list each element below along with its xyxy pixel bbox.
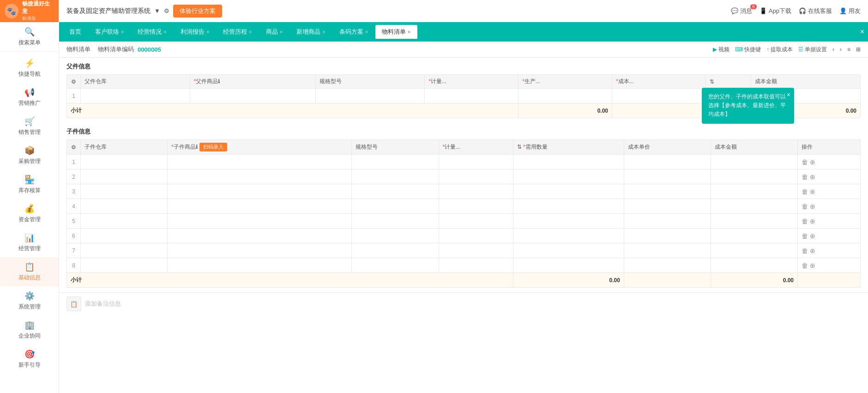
single-settings-tool[interactable]: ☰ 单据设置 [798, 46, 827, 54]
copy-icon[interactable]: ⊕ [810, 203, 815, 210]
tab-close-icon[interactable]: × [408, 29, 410, 35]
tab-customer[interactable]: 客户联络 × [89, 25, 130, 39]
child-spec-cell[interactable] [352, 184, 439, 199]
child-product-cell[interactable] [168, 243, 352, 258]
parent-production-cell[interactable] [518, 89, 612, 103]
tab-close-icon[interactable]: × [365, 29, 368, 35]
child-warehouse-cell[interactable] [81, 243, 168, 258]
nav-next-button[interactable]: › [840, 46, 842, 53]
child-unit-cell[interactable] [439, 199, 513, 214]
child-unit-cost-cell[interactable] [624, 199, 711, 214]
sidebar-item-finance[interactable]: 💰 资金管理 [0, 199, 59, 228]
extract-cost-tool[interactable]: ↑ 提取成本 [766, 46, 793, 54]
child-qty-cell[interactable] [513, 199, 624, 214]
child-warehouse-cell[interactable] [81, 258, 168, 273]
sidebar-item-search[interactable]: 🔍 搜索菜单 [0, 22, 59, 52]
parent-warehouse-cell[interactable] [81, 89, 190, 103]
child-spec-cell[interactable] [352, 199, 439, 214]
sidebar-item-purchase[interactable]: 📦 采购管理 [0, 141, 59, 170]
tab-bom[interactable]: 物料清单 × [375, 25, 417, 39]
tab-goods[interactable]: 商品 × [259, 25, 289, 39]
copy-icon[interactable]: ⊕ [810, 262, 815, 269]
delete-icon[interactable]: 🗑 [802, 203, 808, 210]
user-button[interactable]: 👤 用友 [839, 7, 861, 15]
parent-unit-cell[interactable] [425, 89, 518, 103]
tab-close-icon[interactable]: × [249, 29, 252, 35]
scan-input-button[interactable]: 扫码录入 [199, 143, 227, 151]
delete-icon[interactable]: 🗑 [802, 158, 808, 166]
sidebar-item-enterprise[interactable]: 🏢 企业协同 [0, 315, 59, 345]
copy-icon[interactable]: ⊕ [810, 188, 815, 195]
child-unit-cost-cell[interactable] [624, 214, 711, 229]
child-qty-cell[interactable] [513, 258, 624, 273]
child-spec-cell[interactable] [352, 214, 439, 229]
child-unit-cell[interactable] [439, 258, 513, 273]
tab-close-icon[interactable]: × [322, 29, 325, 35]
child-spec-cell[interactable] [352, 258, 439, 273]
copy-icon[interactable]: ⊕ [810, 232, 815, 240]
child-unit-cost-cell[interactable] [624, 184, 711, 199]
child-product-cell[interactable] [168, 169, 352, 184]
tab-history[interactable]: 经营历程 × [217, 25, 258, 39]
child-product-cell[interactable] [168, 184, 352, 199]
parent-cost-cell[interactable] [612, 89, 706, 103]
copy-icon[interactable]: ⊕ [810, 247, 815, 254]
video-tool[interactable]: ▶ 视频 [713, 46, 729, 54]
tab-barcode[interactable]: 条码方案 × [333, 25, 374, 39]
message-button[interactable]: 💬 6 消息 [731, 7, 752, 15]
child-unit-cell[interactable] [439, 155, 513, 169]
tab-profit[interactable]: 利润报告 × [174, 25, 216, 39]
sidebar-item-operations[interactable]: 📊 经营管理 [0, 228, 59, 257]
child-product-cell[interactable] [168, 199, 352, 214]
sidebar-item-quick-nav[interactable]: ⚡ 快捷导航 [0, 54, 59, 83]
copy-icon[interactable]: ⊕ [810, 218, 815, 225]
child-unit-cost-cell[interactable] [624, 258, 711, 273]
grid-view-button[interactable]: ⊞ [856, 46, 861, 53]
child-warehouse-cell[interactable] [81, 169, 168, 184]
tooltip-close-button[interactable]: × [787, 90, 790, 100]
child-qty-cell[interactable] [513, 184, 624, 199]
sidebar-item-basic-info[interactable]: 📋 基础信息 [0, 257, 59, 286]
child-unit-cost-cell[interactable] [624, 155, 711, 169]
child-unit-cell[interactable] [439, 229, 513, 243]
child-unit-cell[interactable] [439, 243, 513, 258]
child-unit-cost-cell[interactable] [624, 229, 711, 243]
child-unit-cell[interactable] [439, 214, 513, 229]
close-all-tabs-button[interactable]: × [860, 28, 864, 36]
topbar-dropdown[interactable]: ▼ [154, 7, 160, 14]
sidebar-item-system[interactable]: ⚙️ 系统管理 [0, 286, 59, 315]
child-product-cell[interactable] [168, 214, 352, 229]
delete-icon[interactable]: 🗑 [802, 262, 808, 269]
sidebar-item-inventory[interactable]: 🏪 库存核算 [0, 170, 59, 199]
tab-new-goods[interactable]: 新增商品 × [290, 25, 332, 39]
sidebar-item-sales[interactable]: 🛒 销售管理 [0, 112, 59, 141]
parent-product-cell[interactable] [190, 89, 315, 103]
child-product-cell[interactable] [168, 258, 352, 273]
child-warehouse-cell[interactable] [81, 229, 168, 243]
child-qty-cell[interactable] [513, 229, 624, 243]
delete-icon[interactable]: 🗑 [802, 247, 808, 254]
child-qty-cell[interactable] [513, 214, 624, 229]
delete-icon[interactable]: 🗑 [802, 188, 808, 195]
tab-close-icon[interactable]: × [163, 29, 166, 35]
child-unit-cost-cell[interactable] [624, 169, 711, 184]
copy-icon[interactable]: ⊕ [810, 158, 815, 166]
copy-icon[interactable]: ⊕ [810, 173, 815, 181]
child-product-cell[interactable] [168, 229, 352, 243]
online-service-button[interactable]: 🎧 在线客服 [799, 7, 832, 15]
list-view-button[interactable]: ≡ [847, 46, 850, 53]
child-qty-cell[interactable] [513, 169, 624, 184]
tab-close-icon[interactable]: × [121, 29, 124, 35]
child-spec-cell[interactable] [352, 169, 439, 184]
tab-close-icon[interactable]: × [280, 29, 283, 35]
experience-button[interactable]: 体验行业方案 [173, 5, 222, 18]
child-spec-cell[interactable] [352, 229, 439, 243]
delete-icon[interactable]: 🗑 [802, 218, 808, 225]
child-qty-cell[interactable] [513, 155, 624, 169]
parent-spec-cell[interactable] [315, 89, 425, 103]
app-download-button[interactable]: 📱 App下载 [760, 7, 791, 15]
child-unit-cell[interactable] [439, 169, 513, 184]
child-warehouse-cell[interactable] [81, 155, 168, 169]
child-unit-cell[interactable] [439, 184, 513, 199]
child-product-cell[interactable] [168, 155, 352, 169]
